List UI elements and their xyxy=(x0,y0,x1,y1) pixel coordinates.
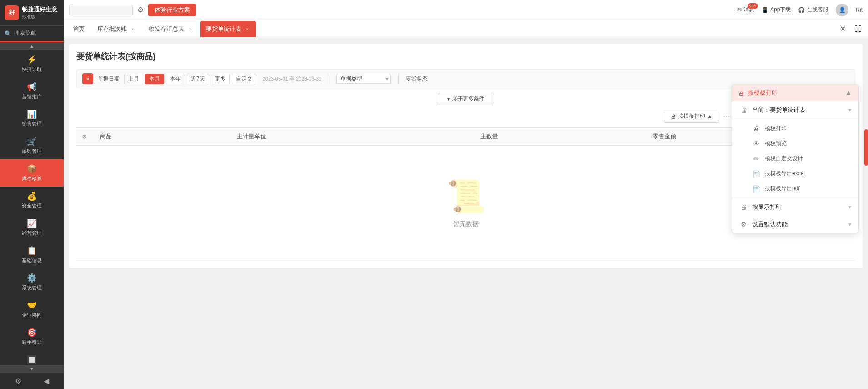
filter-date-year[interactable]: 本年 xyxy=(166,74,185,84)
tab-close-window-btn[interactable]: ✕ xyxy=(836,23,849,35)
dropdown-template-pdf[interactable]: 📄 按模板导出pdf xyxy=(732,181,858,196)
dropdown-display-print[interactable]: 🖨 按显示打印 ▾ xyxy=(732,198,858,216)
order-status-label: 要货状态 xyxy=(406,75,428,83)
apps-icon: 🔲 xyxy=(27,355,37,365)
filter-date-custom[interactable]: 自定义 xyxy=(232,74,256,84)
sidebar-footer-settings[interactable]: ⚙ xyxy=(15,377,21,385)
template-design-icon: ✏ xyxy=(752,155,760,162)
trial-button[interactable]: 体验行业方案 xyxy=(148,4,196,16)
set-default-arrow: ▾ xyxy=(848,221,851,227)
topbar-search-input[interactable] xyxy=(69,5,133,15)
topbar-settings-icon[interactable]: ⚙ xyxy=(137,5,144,14)
tab-batch-account[interactable]: 库存批次账 × xyxy=(92,21,141,37)
sidebar-footer-collapse[interactable]: ◀ xyxy=(44,377,49,385)
col-goods: 商品 xyxy=(95,128,231,146)
tab-receipts-summary-close[interactable]: × xyxy=(187,26,193,32)
sidebar-item-label: 库存核算 xyxy=(22,175,42,182)
inventory-icon: 📦 xyxy=(27,164,37,174)
dropdown-template-excel[interactable]: 📄 按模板导出excel xyxy=(732,166,858,181)
topbar-username: Rit xyxy=(856,7,863,13)
messages-badge: 99+ xyxy=(748,3,758,9)
print-template-btn[interactable]: 🖨 按模板打印 ▲ xyxy=(664,110,719,123)
marketing-icon: 📢 xyxy=(27,82,37,92)
template-print-icon: 🖨 xyxy=(752,125,760,132)
system-icon: ⚙️ xyxy=(27,273,37,283)
sidebar-item-basics[interactable]: 📋 基础信息 xyxy=(0,241,64,268)
col-unit: 主计量单位 xyxy=(231,128,475,146)
set-default-icon: ⚙ xyxy=(739,221,748,228)
right-scrollbar[interactable] xyxy=(864,38,868,389)
sidebar-item-marketing[interactable]: 📢 营销推广 xyxy=(0,77,64,105)
operations-icon: 📈 xyxy=(27,218,37,228)
filter-date-7days[interactable]: 近7天 xyxy=(187,74,209,84)
current-template-arrow: ▾ xyxy=(848,107,851,113)
main-content: ⚙ 体验行业方案 ✉ 消息 99+ 📱 App下载 🎧 在线客服 👤 Rit xyxy=(64,0,868,389)
template-print-label: 模板打印 xyxy=(765,125,851,132)
filter-date-current-month[interactable]: 本月 xyxy=(145,74,164,84)
current-template-icon: 🖨 xyxy=(739,106,748,114)
tab-batch-account-close[interactable]: × xyxy=(130,26,136,32)
dropdown-template-print[interactable]: 🖨 模板打印 xyxy=(732,121,858,136)
dropdown-set-default[interactable]: ⚙ 设置默认功能 ▾ xyxy=(732,216,858,233)
tab-expand-btn[interactable]: ⛶ xyxy=(852,23,864,35)
dropdown-title: 🖨 按模板打印 xyxy=(738,89,778,97)
sidebar-item-label: 基础信息 xyxy=(22,257,42,264)
toolbar-more-icon[interactable]: ··· xyxy=(723,111,730,121)
topbar-messages[interactable]: ✉ 消息 99+ xyxy=(737,6,754,14)
filter-doc-type-select[interactable]: 单据类型 xyxy=(336,74,391,84)
sidebar-item-quick-nav[interactable]: ⚡ 快捷导航 xyxy=(0,50,64,77)
sidebar-item-label: 新手引导 xyxy=(22,339,42,346)
page-title: 要货单统计表(按商品) xyxy=(76,51,855,62)
page-area: 要货单统计表(按商品) » 单据日期 上月 本月 本年 近7天 更多 自定义 2… xyxy=(64,38,868,389)
sidebar-item-purchase[interactable]: 🛒 采购管理 xyxy=(0,132,64,159)
sidebar-footer: ⚙ ◀ xyxy=(0,373,64,389)
filter-expand-btn[interactable]: » xyxy=(82,73,93,84)
col-settings: ⚙ xyxy=(76,128,95,146)
filter-date-prev-month[interactable]: 上月 xyxy=(124,74,143,84)
dropdown-template-preview[interactable]: 👁 模板预览 xyxy=(732,136,858,151)
dropdown-template-design[interactable]: ✏ 模板自定义设计 xyxy=(732,151,858,166)
table-settings-icon[interactable]: ⚙ xyxy=(82,133,87,140)
online-service-label: 在线客服 xyxy=(807,6,828,14)
sidebar-item-guide[interactable]: 🎯 新手引导 xyxy=(0,323,64,350)
sidebar-item-sales[interactable]: 📊 销售管理 xyxy=(0,105,64,132)
sidebar-item-apps[interactable]: 🔲 应用中心 xyxy=(0,350,64,365)
sidebar-item-label: 快捷导航 xyxy=(22,66,42,73)
sidebar-item-operations[interactable]: 📈 经营管理 xyxy=(0,214,64,241)
sidebar-scroll-down[interactable]: ▼ xyxy=(0,365,64,373)
quick-nav-icon: ⚡ xyxy=(27,55,37,65)
tabs-right: ✕ ⛶ xyxy=(836,23,864,35)
sidebar-item-collab[interactable]: 🤝 企业协同 xyxy=(0,296,64,323)
tab-receipts-summary[interactable]: 收发存汇总表 × xyxy=(143,21,199,37)
basics-icon: 📋 xyxy=(27,246,37,256)
tab-order-stats-close[interactable]: × xyxy=(244,26,250,32)
date-filter-label: 单据日期 xyxy=(98,75,120,83)
filter-divider-1 xyxy=(329,74,329,83)
sidebar-item-label: 采购管理 xyxy=(22,148,42,155)
filter-date-more[interactable]: 更多 xyxy=(211,74,230,84)
sidebar-item-system[interactable]: ⚙️ 系统管理 xyxy=(0,268,64,296)
topbar-online-service[interactable]: 🎧 在线客服 xyxy=(798,6,828,14)
sidebar-item-inventory[interactable]: 📦 库存核算 xyxy=(0,159,64,187)
sidebar-item-finance[interactable]: 💰 资金管理 xyxy=(0,187,64,214)
topbar: ⚙ 体验行业方案 ✉ 消息 99+ 📱 App下载 🎧 在线客服 👤 Rit xyxy=(64,0,868,20)
dropdown-current-template[interactable]: 🖨 当前：要货单统计表 ▾ xyxy=(732,101,858,119)
template-pdf-icon: 📄 xyxy=(752,185,760,192)
expand-more-btn[interactable]: ▾ 展开更多条件 xyxy=(438,93,494,105)
printer-icon: 🖨 xyxy=(671,113,676,120)
dropdown-title-label: 按模板打印 xyxy=(748,89,778,97)
topbar-avatar[interactable]: 👤 xyxy=(836,4,848,16)
dropdown-close-btn[interactable]: ▲ xyxy=(845,89,852,97)
tab-home[interactable]: 首页 xyxy=(67,21,90,37)
sidebar: 好 畅捷通好生意 标准版 🔍 搜索菜单 ▲ ⚡ 快捷导航 📢 营销推广 📊 销售… xyxy=(0,0,64,389)
finance-icon: 💰 xyxy=(27,191,37,201)
topbar-app-download[interactable]: 📱 App下载 xyxy=(762,6,791,14)
search-icon: 🔍 xyxy=(5,30,11,37)
col-quantity: 主数量 xyxy=(475,128,647,146)
tab-order-stats-label: 要货单统计表 xyxy=(206,25,241,33)
empty-icon: 📜 xyxy=(446,177,486,215)
tab-order-stats[interactable]: 要货单统计表 × xyxy=(200,21,256,37)
sidebar-search[interactable]: 🔍 搜索菜单 xyxy=(0,26,64,41)
sidebar-scroll-up[interactable]: ▲ xyxy=(0,42,64,50)
expand-icon: » xyxy=(86,76,90,82)
